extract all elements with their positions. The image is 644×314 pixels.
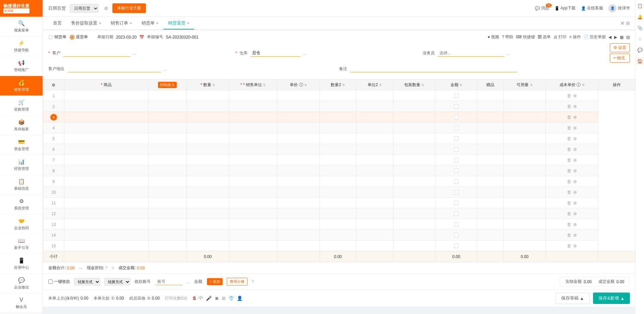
qty-cell[interactable]: [148, 208, 186, 219]
sidebar-item-purchase[interactable]: 🛒 采购管理: [0, 96, 43, 116]
delete-icon[interactable]: 🗑: [567, 211, 571, 216]
sales-unit-cell[interactable]: [187, 90, 229, 101]
pack-qty-cell[interactable]: [356, 230, 393, 241]
cost-price-cell[interactable]: [503, 155, 545, 166]
unit2-cell[interactable]: [319, 112, 356, 123]
available-cell[interactable]: [477, 101, 503, 112]
unit-price-cell[interactable]: [229, 208, 277, 219]
qty-cell[interactable]: [148, 198, 186, 208]
gift-checkbox[interactable]: [454, 158, 459, 162]
qty2-cell[interactable]: [277, 155, 319, 166]
amount-cell[interactable]: [393, 133, 435, 144]
address-select-btn[interactable]: ...: [163, 66, 167, 72]
delete-icon[interactable]: 🗑: [567, 158, 571, 163]
sidebar-item-guide[interactable]: 📖 新手引导: [0, 234, 43, 254]
amount-cell[interactable]: [393, 144, 435, 155]
unit2-cell[interactable]: [319, 123, 356, 133]
print-action[interactable]: 🖨 打印: [553, 34, 567, 40]
delete-icon[interactable]: 🗑: [567, 190, 571, 195]
qty-cell[interactable]: [148, 241, 186, 251]
amount-cell[interactable]: [393, 123, 435, 133]
unit2-cell[interactable]: [319, 219, 356, 230]
sidebar-item-apps[interactable]: 📱 应用中心: [0, 254, 43, 274]
pack-qty-cell[interactable]: [356, 241, 393, 251]
unit-price-cell[interactable]: [229, 101, 277, 112]
available-cell[interactable]: [477, 198, 503, 208]
cash-discount-question[interactable]: ?: [105, 266, 108, 270]
unit-price-cell[interactable]: [229, 187, 277, 198]
cost-price-cell[interactable]: [503, 133, 545, 144]
online-service-item[interactable]: 👤 在线客服: [581, 5, 603, 11]
amount-cell[interactable]: [393, 101, 435, 112]
available-cell[interactable]: [477, 230, 503, 241]
cost-price-cell[interactable]: [503, 230, 545, 241]
cost-price-cell[interactable]: [503, 198, 545, 208]
qty-cell[interactable]: [148, 219, 186, 230]
delete-icon[interactable]: 🗑: [567, 115, 571, 120]
sales-unit-cell[interactable]: [187, 101, 229, 112]
available-cell[interactable]: [477, 176, 503, 187]
pack-qty-cell[interactable]: [356, 187, 393, 198]
help-action[interactable]: ? 帮助: [502, 34, 513, 40]
cost-price-cell[interactable]: [503, 187, 545, 198]
unit-price-cell[interactable]: [229, 166, 277, 176]
gift-checkbox[interactable]: [454, 244, 459, 248]
pack-qty-cell[interactable]: [356, 133, 393, 144]
unit2-cell[interactable]: [319, 198, 356, 208]
th-gear[interactable]: ⚙: [43, 80, 64, 90]
view-grid-btn[interactable]: ▤: [626, 35, 630, 40]
unit2-cell[interactable]: [319, 208, 356, 219]
unit2-cell[interactable]: [319, 155, 356, 166]
delete-icon[interactable]: 🗑: [567, 147, 571, 152]
pack-qty-cell[interactable]: [356, 112, 393, 123]
pack-qty-cell[interactable]: [356, 208, 393, 219]
sidebar-item-search[interactable]: 🔍 搜索菜单: [0, 17, 43, 37]
gift-checkbox[interactable]: [454, 115, 459, 119]
available-cell[interactable]: [477, 155, 503, 166]
delete-icon[interactable]: 🗑: [567, 179, 571, 184]
pack-qty-cell[interactable]: [356, 155, 393, 166]
unit2-cell[interactable]: [319, 144, 356, 155]
unit2-cell[interactable]: [319, 166, 356, 176]
delete-icon[interactable]: 🗑: [567, 125, 571, 130]
fee-split-btn[interactable]: 费用分摊: [227, 278, 248, 286]
amount-cell[interactable]: [393, 155, 435, 166]
delete-icon[interactable]: 🗑: [567, 168, 571, 173]
gift-checkbox[interactable]: [454, 222, 459, 227]
cost-price-cell[interactable]: [503, 208, 545, 219]
sidebar-item-sales[interactable]: 💰 销售管理: [0, 76, 43, 96]
qty2-cell[interactable]: [277, 112, 319, 123]
delete-icon[interactable]: 🗑: [567, 93, 571, 98]
copy-icon[interactable]: ⊕: [573, 104, 577, 109]
qty2-cell[interactable]: [277, 176, 319, 187]
tool-grid-icon[interactable]: ⊞: [222, 296, 226, 301]
unit-price-cell[interactable]: [229, 90, 277, 101]
unit2-cell[interactable]: [319, 241, 356, 251]
sidebar-item-system[interactable]: ⚙ 系统管理: [0, 195, 43, 214]
tool-shirt-icon[interactable]: 👕: [228, 296, 234, 301]
cost-price-cell[interactable]: [503, 166, 545, 176]
save-draft-btn[interactable]: 保存草稿 ▲: [555, 293, 590, 304]
available-cell[interactable]: [477, 241, 503, 251]
settlement-select[interactable]: 结算方式: [74, 278, 100, 286]
gift-checkbox[interactable]: [454, 126, 459, 130]
pack-qty-cell[interactable]: [356, 101, 393, 112]
available-cell[interactable]: [477, 90, 503, 101]
unit2-cell[interactable]: [319, 187, 356, 198]
copy-icon[interactable]: ⊕: [573, 179, 577, 184]
unit-price-cell[interactable]: [229, 241, 277, 251]
pack-qty-cell[interactable]: [356, 166, 393, 176]
messages-item[interactable]: 💬 70 消息: [535, 5, 549, 11]
unit-price-cell[interactable]: [229, 123, 277, 133]
sales-unit-cell[interactable]: [187, 241, 229, 251]
copy-icon[interactable]: ⊕: [573, 115, 577, 120]
category-select[interactable]: 日用百货: [70, 4, 99, 13]
product-input[interactable]: [67, 115, 146, 120]
cost-price-cell[interactable]: [503, 112, 545, 123]
delete-icon[interactable]: 🗑: [567, 104, 571, 109]
qty2-cell[interactable]: [277, 90, 319, 101]
sales-unit-cell[interactable]: [187, 166, 229, 176]
amount-cell[interactable]: [393, 208, 435, 219]
tool-zh-icon[interactable]: 中: [199, 295, 203, 301]
pack-qty-cell[interactable]: [356, 144, 393, 155]
